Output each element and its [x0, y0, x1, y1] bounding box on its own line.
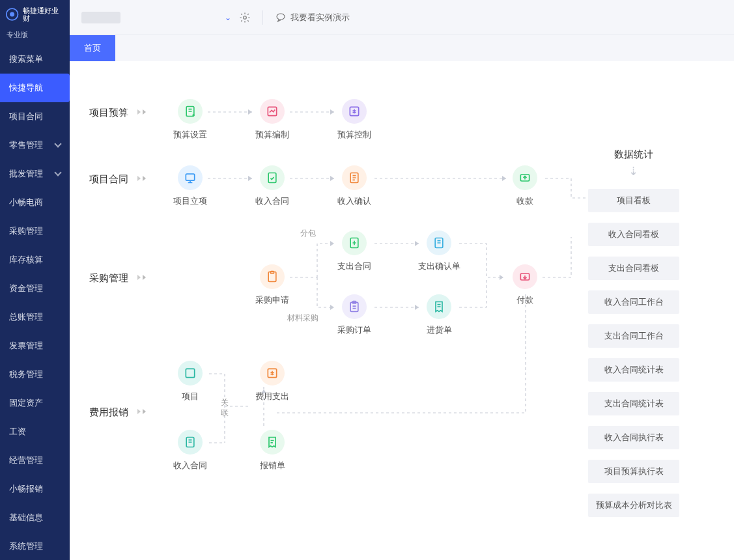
sidebar-item-0[interactable]: 搜索菜单 — [0, 45, 70, 74]
stat-button-3[interactable]: 收入合同工作台 — [588, 290, 679, 314]
sidebar-menu: 搜索菜单快捷导航项目合同零售管理批发管理小畅电商采购管理库存核算资金管理总账管理… — [0, 45, 70, 560]
list-icon — [178, 361, 203, 385]
brand-name: 畅捷通好业财 — [23, 7, 64, 22]
sidebar-item-label: 小畅报销 — [9, 483, 43, 495]
sidebar-item-8[interactable]: 资金管理 — [0, 274, 70, 303]
screen-icon — [178, 165, 203, 190]
sidebar-item-label: 资金管理 — [9, 283, 43, 294]
doc-icon — [178, 430, 203, 455]
svg-point-3 — [277, 14, 285, 20]
stat-button-7[interactable]: 收入合同执行表 — [588, 426, 679, 449]
arrow-icon — [137, 275, 146, 280]
node-purchase-req[interactable]: 采购申请 — [249, 264, 295, 306]
node-fee-out[interactable]: 费用支出 — [249, 361, 295, 402]
sidebar-item-10[interactable]: 发票管理 — [0, 331, 70, 360]
stat-button-8[interactable]: 项目预算执行表 — [588, 460, 679, 483]
node-income-contract2[interactable]: 收入合同 — [167, 430, 213, 471]
doc-check-icon — [260, 165, 285, 190]
stat-button-2[interactable]: 支出合同看板 — [588, 257, 679, 280]
mini-subcontract: 分包 — [300, 228, 316, 239]
speech-icon — [275, 12, 287, 23]
stat-button-5[interactable]: 收入合同统计表 — [588, 358, 679, 382]
sidebar-item-7[interactable]: 库存核算 — [0, 245, 70, 274]
org-selector[interactable]: ⌄ — [81, 12, 231, 23]
sidebar-item-label: 工资 — [9, 426, 26, 438]
sidebar-item-6[interactable]: 采购管理 — [0, 217, 70, 245]
form-icon — [260, 264, 285, 289]
stat-button-9[interactable]: 预算成本分析对比表 — [588, 494, 679, 517]
node-purchase-order[interactable]: 采购订单 — [332, 294, 377, 336]
node-proj-init[interactable]: 项目立项 — [167, 165, 213, 207]
receipt-icon — [260, 430, 285, 455]
sidebar-item-4[interactable]: 批发管理 — [0, 160, 70, 188]
money-icon — [260, 361, 285, 385]
chevron-down-icon — [54, 140, 61, 147]
gear-icon[interactable] — [239, 12, 251, 23]
stat-button-6[interactable]: 支出合同统计表 — [588, 392, 679, 415]
stat-button-1[interactable]: 收入合同看板 — [588, 223, 679, 246]
sidebar-item-13[interactable]: 工资 — [0, 417, 70, 446]
section-contract: 项目合同 — [89, 173, 128, 186]
sidebar-item-16[interactable]: 基础信息 — [0, 503, 70, 532]
sidebar-item-label: 零售管理 — [9, 139, 43, 151]
sidebar-item-15[interactable]: 小畅报销 — [0, 475, 70, 503]
section-budget: 项目预算 — [89, 107, 128, 119]
sidebar-item-12[interactable]: 固定资产 — [0, 389, 70, 417]
sidebar-item-2[interactable]: 项目合同 — [0, 102, 70, 131]
sidebar-item-9[interactable]: 总账管理 — [0, 303, 70, 331]
sidebar-item-label: 采购管理 — [9, 225, 43, 237]
doc-icon — [342, 165, 367, 190]
node-pay[interactable]: 付款 — [502, 264, 548, 306]
sidebar-item-label: 系统管理 — [9, 540, 43, 552]
sidebar-item-label: 总账管理 — [9, 311, 43, 323]
receipt-icon — [427, 294, 451, 319]
node-goods-in[interactable]: 进货单 — [416, 294, 462, 336]
sidebar-item-label: 库存核算 — [9, 254, 43, 266]
tab-home[interactable]: 首页 — [70, 35, 115, 61]
section-expense: 费用报销 — [89, 406, 128, 419]
chevron-down-icon: ⌄ — [225, 13, 231, 22]
node-budget-setup[interactable]: 预算设置 — [167, 99, 213, 141]
stat-button-0[interactable]: 项目看板 — [588, 189, 679, 212]
divider — [262, 10, 263, 25]
arrow-icon — [137, 109, 146, 115]
sidebar-item-1[interactable]: 快捷导航 — [0, 74, 70, 102]
brand-edition: 专业版 — [0, 29, 70, 45]
sidebar-item-11[interactable]: 税务管理 — [0, 360, 70, 389]
node-budget-edit[interactable]: 预算编制 — [249, 99, 295, 141]
wallet-out-icon — [513, 264, 537, 289]
clipboard-icon — [342, 294, 367, 319]
sidebar-item-label: 小畅电商 — [9, 197, 43, 208]
demo-label: 我要看实例演示 — [290, 12, 350, 23]
node-expense-contract[interactable]: 支出合同 — [332, 231, 377, 272]
wallet-in-icon — [513, 165, 537, 190]
node-budget-ctrl[interactable]: 预算控制 — [332, 99, 377, 141]
node-expense-confirm[interactable]: 支出确认单 — [416, 231, 462, 272]
sidebar-item-label: 搜索菜单 — [9, 53, 43, 65]
doc-icon — [427, 231, 451, 255]
topbar: ⌄ 我要看实例演示 — [70, 0, 734, 35]
sidebar-item-label: 固定资产 — [9, 397, 43, 409]
mini-relate2: 联 — [221, 408, 229, 419]
sidebar-item-label: 发票管理 — [9, 340, 43, 352]
stat-button-4[interactable]: 支出合同工作台 — [588, 324, 679, 348]
demo-link[interactable]: 我要看实例演示 — [275, 12, 350, 23]
sidebar-item-3[interactable]: 零售管理 — [0, 131, 70, 160]
node-project[interactable]: 项目 — [167, 361, 213, 402]
sidebar-item-label: 快捷导航 — [9, 82, 43, 94]
tab-bar: 首页 — [70, 35, 734, 61]
arrow-down-icon: ⇣ — [628, 164, 638, 178]
sidebar-item-17[interactable]: 系统管理 — [0, 532, 70, 560]
sidebar-item-5[interactable]: 小畅电商 — [0, 188, 70, 217]
sidebar-item-14[interactable]: 经营管理 — [0, 446, 70, 475]
svg-rect-40 — [186, 369, 194, 377]
node-reimburse[interactable]: 报销单 — [249, 430, 295, 471]
currency-icon — [342, 99, 367, 124]
arrow-icon — [137, 176, 146, 181]
chart-icon — [260, 99, 285, 124]
sidebar-item-label: 基础信息 — [9, 512, 43, 524]
node-receive[interactable]: 收款 — [502, 165, 548, 207]
node-income-confirm[interactable]: 收入确认 — [332, 165, 377, 207]
brand-logo: 畅捷通好业财 — [0, 0, 70, 29]
node-income-contract[interactable]: 收入合同 — [249, 165, 295, 207]
